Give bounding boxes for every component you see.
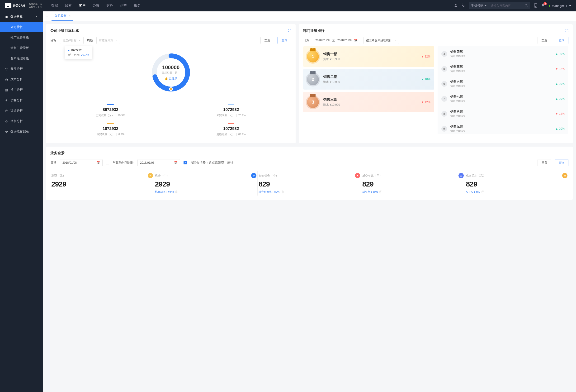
- reset-button[interactable]: 重置: [538, 159, 551, 166]
- top-nav-item[interactable]: 数据: [51, 3, 58, 8]
- rank-row[interactable]: 8销售八部流水 ¥19020▼ 12%: [438, 106, 568, 121]
- top-nav-item[interactable]: 线索: [65, 3, 72, 8]
- date-select[interactable]: 2018/01/08📅: [60, 159, 103, 166]
- metric-cell: 8972932已完成量（元）|70.9%: [50, 101, 171, 120]
- sidebar-item[interactable]: ◎销售分析: [0, 116, 43, 126]
- user-icon[interactable]: [454, 3, 458, 8]
- donut-label: 目标总量（元）: [162, 71, 180, 75]
- sidebar-item[interactable]: ⚘访客分析: [0, 95, 43, 105]
- donut-value: 100000: [162, 64, 179, 71]
- kpi-card: 机会（个）➤2929机会成本：¥948?: [154, 171, 258, 196]
- svg-point-1: [525, 4, 527, 6]
- sidebar-item[interactable]: ▽漏斗分析: [0, 64, 43, 74]
- query-button[interactable]: 查询: [555, 37, 568, 44]
- search-input[interactable]: [489, 4, 522, 7]
- expand-icon[interactable]: ⛶: [565, 29, 568, 32]
- filter-period-label: 周期: [87, 38, 93, 43]
- user-menu[interactable]: manager11: [549, 4, 571, 8]
- collapse-icon[interactable]: ☰: [46, 14, 49, 18]
- bell-icon[interactable]: 5: [541, 3, 545, 8]
- rank-row[interactable]: 6销售六部流水 ¥19020▲ 10%: [438, 76, 568, 91]
- reset-button[interactable]: 重置: [260, 37, 274, 44]
- phone-icon[interactable]: [461, 3, 465, 8]
- expand-icon[interactable]: ⛶: [288, 29, 291, 32]
- sidebar-sub-item[interactable]: 公司看板: [0, 22, 43, 32]
- kpi-card: 成交流水（元）▭829ARPU：¥80?: [465, 171, 568, 196]
- cash-checkbox[interactable]: ✓: [183, 161, 187, 164]
- top-nav-item[interactable]: 运营: [120, 3, 127, 8]
- donut-badge: 👍已达成: [164, 77, 177, 81]
- rank-row[interactable]: 9销售九部流水 ¥19020▲ 10%: [438, 121, 568, 134]
- card-rank-title: 部门业绩排行: [303, 29, 325, 33]
- kpi-card: 有效机会（个）✦829机会有效率：80%?: [257, 171, 361, 196]
- sidebar-sub-item[interactable]: 推广主管看板: [0, 32, 43, 43]
- period-select[interactable]: 请选择周期: [96, 37, 120, 44]
- top-nav-item[interactable]: 公海: [93, 3, 99, 8]
- rank-row[interactable]: 7销售七部流水 ¥19020▲ 10%: [438, 91, 568, 106]
- goal-select[interactable]: 请选择目标: [60, 37, 84, 44]
- stat-type-select[interactable]: 按工单客户经理统计: [364, 37, 399, 44]
- compare-label: 与其他时间对比: [113, 161, 134, 165]
- device-icon[interactable]: [534, 3, 537, 8]
- logo: ☁ 云朵CRM 教育机构一站 式服务云平台: [5, 3, 42, 8]
- filter-date-label: 日期: [50, 161, 57, 165]
- date2-select[interactable]: 2018/01/08📅: [138, 159, 180, 166]
- sidebar-item[interactable]: ♾渠道分析: [0, 105, 43, 116]
- search-type-select[interactable]: 手机号码: [469, 3, 489, 8]
- svg-point-0: [455, 4, 457, 5]
- metric-cell: 1072932未完成量（元）|20.9%: [171, 101, 291, 120]
- rank-row[interactable]: 4销售四部流水 ¥19020▲ 10%: [438, 46, 568, 61]
- sidebar-sub-item[interactable]: 客户经理看板: [0, 53, 43, 64]
- donut-chart: 100000 目标总量（元） 👍已达成: [150, 51, 192, 94]
- top-nav-item[interactable]: 财务: [106, 3, 113, 8]
- card-overview-title: 业务全景: [50, 151, 65, 155]
- card-target: 公司业绩目标达成 ⛶ 目标 请选择目标 周期 请选择周期 重置 查询: [46, 24, 296, 143]
- rank-top-item[interactable]: 2销售二部流水 ¥10,900▲ 10%: [303, 69, 434, 90]
- rank-top-item[interactable]: 3销售三部流水 ¥10,900▼ 12%: [303, 92, 434, 112]
- reset-button[interactable]: 重置: [538, 37, 551, 44]
- filter-date-label: 日期: [303, 38, 309, 43]
- svg-point-3: [535, 6, 536, 7]
- top-nav: 数据线索客户公海财务运营报名: [51, 3, 454, 8]
- sidebar-item[interactable]: ▧推广分析: [0, 85, 43, 95]
- rank-row[interactable]: 5销售五部流水 ¥19020▼ 12%: [438, 61, 568, 76]
- search-box: 手机号码: [469, 2, 530, 9]
- card-target-title: 公司业绩目标达成: [50, 29, 79, 33]
- metric-cell: 1072932应完成量（元）|8.9%: [50, 120, 171, 139]
- filter-goal-label: 目标: [50, 38, 57, 43]
- chart-tooltip: ●1072932 所占比例: 70.9%: [65, 46, 92, 60]
- cash-label: 按现金消费（返点后消费）统计: [190, 161, 233, 165]
- top-nav-item[interactable]: 客户: [79, 3, 86, 8]
- tabs-bar: ☰ 公司看板 ×: [43, 11, 576, 21]
- notif-badge: 5: [544, 2, 547, 5]
- kpi-card: 消费（元）￥2929: [50, 171, 154, 196]
- rank-top-item[interactable]: 1销售一部流水 ¥10,900▼ 12%: [303, 46, 434, 67]
- tab-company-board[interactable]: 公司看板 ×: [52, 11, 73, 21]
- compare-checkbox[interactable]: [106, 161, 109, 164]
- query-button[interactable]: 查询: [278, 37, 291, 44]
- top-header: ☁ 云朵CRM 教育机构一站 式服务云平台 数据线索客户公海财务运营报名 手机号…: [0, 0, 576, 11]
- sidebar: ▣数据看板 公司看板推广主管看板销售主管看板客户经理看板 ▽漏斗分析◔成本分析▧…: [0, 11, 43, 392]
- date-range-select[interactable]: 2018/01/08 至 2018/01/08 📅: [313, 37, 360, 44]
- query-button[interactable]: 查询: [555, 159, 568, 166]
- close-icon[interactable]: ×: [69, 14, 71, 18]
- sidebar-sub-item[interactable]: 销售主管看板: [0, 43, 43, 53]
- top-nav-item[interactable]: 报名: [134, 3, 141, 8]
- card-overview: 业务全景 日期 2018/01/08📅 与其他时间对比 2018/01/08📅 …: [46, 147, 573, 200]
- sidebar-item[interactable]: ◔成本分析: [0, 74, 43, 85]
- card-rank: 部门业绩排行 ⛶ 日期 2018/01/08 至 2018/01/08 📅 按工…: [299, 24, 573, 143]
- metric-cell: 1072932超额完成（元）|89.9%: [171, 120, 291, 139]
- search-icon[interactable]: [522, 4, 530, 8]
- kpi-card: 成交单数（单）▤829成交率：80%?: [361, 171, 465, 196]
- sidebar-item[interactable]: ⟳数据流转记录: [0, 126, 43, 137]
- sidebar-group-dashboard[interactable]: ▣数据看板: [0, 11, 43, 22]
